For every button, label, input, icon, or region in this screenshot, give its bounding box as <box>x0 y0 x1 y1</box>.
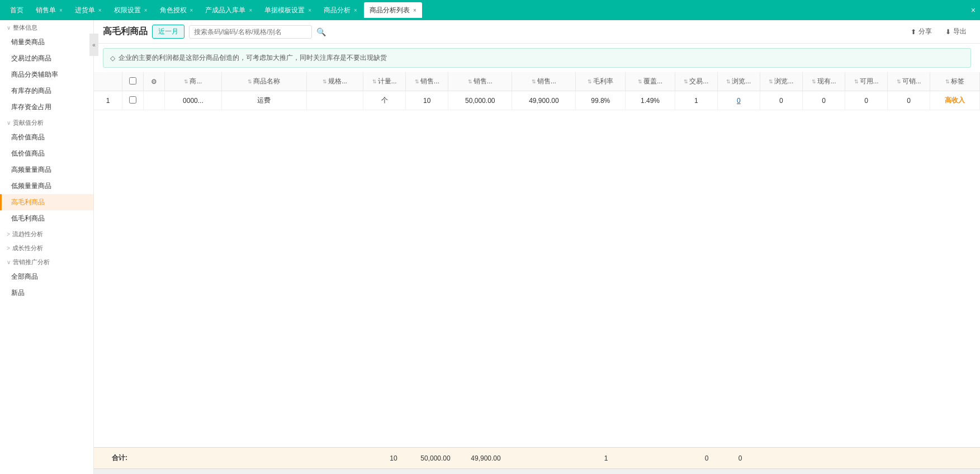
sort-icon-browse2: ⇅ <box>769 79 773 85</box>
col-header-sales_qty[interactable]: ⇅销售... <box>406 72 448 91</box>
tab-close-sales[interactable]: × <box>59 7 63 13</box>
sidebar-item-low-value[interactable]: 低价值商品 <box>0 146 93 162</box>
sidebar-item-low-freq[interactable]: 低频量量商品 <box>0 178 93 194</box>
tag-label: 高收入 <box>945 96 965 104</box>
footer-stock2: 0 <box>723 454 757 462</box>
cell-code: 0000... <box>165 91 221 110</box>
sidebar-item-traded[interactable]: 交易过的商品 <box>0 50 93 67</box>
nav-tab-stock-in[interactable]: 产成品入库单× <box>200 2 258 18</box>
footer-stock1: 0 <box>690 454 723 462</box>
row-checkbox[interactable] <box>129 96 136 104</box>
cell-settings <box>144 91 165 110</box>
tab-close-analysis[interactable]: × <box>354 7 357 13</box>
sort-icon-sales_amt: ⇅ <box>468 79 472 85</box>
sidebar-item-analysis-assist[interactable]: 商品分类辅助率 <box>0 67 93 83</box>
cell-browse1: 0 <box>717 91 760 110</box>
cell-tag: 高收入 <box>930 91 980 110</box>
col-header-num <box>94 72 122 91</box>
browse-link[interactable]: 0 <box>737 97 741 105</box>
sidebar-group-title-overall[interactable]: ∨ 整体信息 <box>0 20 93 34</box>
col-header-browse1[interactable]: ⇅浏览... <box>717 72 760 91</box>
sort-icon-sales_qty: ⇅ <box>415 79 419 85</box>
nav-tab-sales[interactable]: 销售单× <box>30 2 68 18</box>
nav-tab-role[interactable]: 角色授权× <box>154 2 199 18</box>
cell-spec <box>306 91 363 110</box>
cell-sales_amt: 50,000.00 <box>448 91 512 110</box>
bottom-scrollbar[interactable] <box>94 468 980 474</box>
sidebar-collapse-button[interactable]: « <box>89 34 98 56</box>
filter-button[interactable]: 近一月 <box>152 25 184 39</box>
export-icon: ⬇ <box>945 28 951 36</box>
sidebar-item-high-margin[interactable]: 高毛利商品 <box>0 194 93 210</box>
col-header-name[interactable]: ⇅商品名称 <box>221 72 306 91</box>
cell-gross_rate: 99.8% <box>576 91 626 110</box>
share-button[interactable]: ⬆ 分享 <box>906 25 936 39</box>
col-header-tag[interactable]: ⇅标签 <box>930 72 980 91</box>
nav-tab-template[interactable]: 单据模板设置× <box>259 2 317 18</box>
tab-close-stock-in[interactable]: × <box>249 7 252 13</box>
sidebar-group-title-growth[interactable]: > 成长性分析 <box>0 241 93 255</box>
footer-trade: 1 <box>589 454 623 462</box>
sidebar-group-title-marketing[interactable]: ∨ 营销推广分析 <box>0 255 93 269</box>
table-row: 10000...运费个1050,000.0049,900.0099.8%1.49… <box>94 91 980 110</box>
col-header-stock1[interactable]: ⇅现有... <box>802 72 845 91</box>
info-icon: ◇ <box>110 54 115 62</box>
col-header-spec[interactable]: ⇅规格... <box>306 72 363 91</box>
tab-close-role[interactable]: × <box>190 7 193 13</box>
sidebar-item-high-freq[interactable]: 高频量量商品 <box>0 162 93 178</box>
sidebar-group-profitability: ∨ 贡献值分析高价值商品低价值商品高频量量商品低频量量商品高毛利商品低毛利商品 <box>0 115 93 227</box>
cell-browse2: 0 <box>760 91 802 110</box>
tab-close-permission[interactable]: × <box>144 7 148 13</box>
tab-close-purchase[interactable]: × <box>98 7 102 13</box>
cell-name: 运费 <box>221 91 306 110</box>
sidebar-item-sales-ranking[interactable]: 销量类商品 <box>0 34 93 50</box>
col-header-unit[interactable]: ⇅计量... <box>363 72 406 91</box>
sort-icon-spec: ⇅ <box>323 79 327 85</box>
sidebar-item-low-margin[interactable]: 低毛利商品 <box>0 210 93 227</box>
sidebar-group-title-trend[interactable]: > 流趋性分析 <box>0 227 93 241</box>
sort-icon-trade: ⇅ <box>684 79 688 85</box>
footer-summary: 合计: 10 50,000.00 49,900.00 1 0 0 <box>94 447 980 468</box>
footer-sales-profit: 49,900.00 <box>461 454 511 462</box>
settings-icon[interactable]: ⚙ <box>151 78 157 86</box>
footer-sales-qty: 10 <box>377 454 410 462</box>
cell-num: 1 <box>94 91 122 110</box>
cell-stock2: 0 <box>845 91 888 110</box>
sidebar-item-all-products[interactable]: 全部商品 <box>0 269 93 285</box>
nav-tab-analysis[interactable]: 商品分析× <box>318 2 363 18</box>
sidebar-group-title-profitability[interactable]: ∨ 贡献值分析 <box>0 115 93 129</box>
footer-sales-amt: 50,000.00 <box>410 454 461 462</box>
nav-tab-purchase[interactable]: 进货单× <box>69 2 107 18</box>
col-header-sales_profit[interactable]: ⇅销售... <box>512 72 576 91</box>
select-all-checkbox[interactable] <box>129 77 136 85</box>
sidebar-item-new-products[interactable]: 新品 <box>0 285 93 301</box>
search-input[interactable] <box>189 25 312 39</box>
info-bar: ◇ 企业的主要的利润都是这部分商品创造的，可考虑加大推广，同时关注库存是不要出现… <box>103 48 971 68</box>
cell-check <box>122 91 144 110</box>
nav-tab-permission[interactable]: 权限设置× <box>108 2 153 18</box>
tab-close-analysis-list[interactable]: × <box>413 7 416 13</box>
tab-close-template[interactable]: × <box>308 7 311 13</box>
col-header-check <box>122 72 144 91</box>
col-header-stock2[interactable]: ⇅可用... <box>845 72 888 91</box>
col-header-browse2[interactable]: ⇅浏览... <box>760 72 802 91</box>
search-button[interactable]: 🔍 <box>316 27 326 36</box>
cell-stock1: 0 <box>802 91 845 110</box>
sidebar-group-marketing: ∨ 营销推广分析全部商品新品 <box>0 255 93 301</box>
nav-tab-analysis-list[interactable]: 商品分析列表 × <box>364 2 422 18</box>
table-container: ⚙⇅商...⇅商品名称⇅规格...⇅计量...⇅销售...⇅销售...⇅销售..… <box>94 72 980 447</box>
col-header-gross_rate[interactable]: ⇅毛利率 <box>576 72 626 91</box>
col-header-stock3[interactable]: ⇅可销... <box>888 72 930 91</box>
sidebar-item-high-value[interactable]: 高价值商品 <box>0 129 93 146</box>
sidebar-item-stock-capital[interactable]: 库存资金占用 <box>0 99 93 115</box>
col-header-code[interactable]: ⇅商... <box>165 72 221 91</box>
nav-tab-home[interactable]: 首页 <box>4 2 29 18</box>
col-header-settings[interactable]: ⚙ <box>144 72 165 91</box>
close-all-button[interactable]: × <box>971 6 976 15</box>
col-header-sales_amt[interactable]: ⇅销售... <box>448 72 512 91</box>
col-header-cover[interactable]: ⇅覆盖... <box>626 72 675 91</box>
col-header-trade[interactable]: ⇅交易... <box>675 72 717 91</box>
sort-icon-name: ⇅ <box>248 79 252 85</box>
sidebar-item-in-stock[interactable]: 有库存的商品 <box>0 83 93 99</box>
export-button[interactable]: ⬇ 导出 <box>941 25 971 39</box>
